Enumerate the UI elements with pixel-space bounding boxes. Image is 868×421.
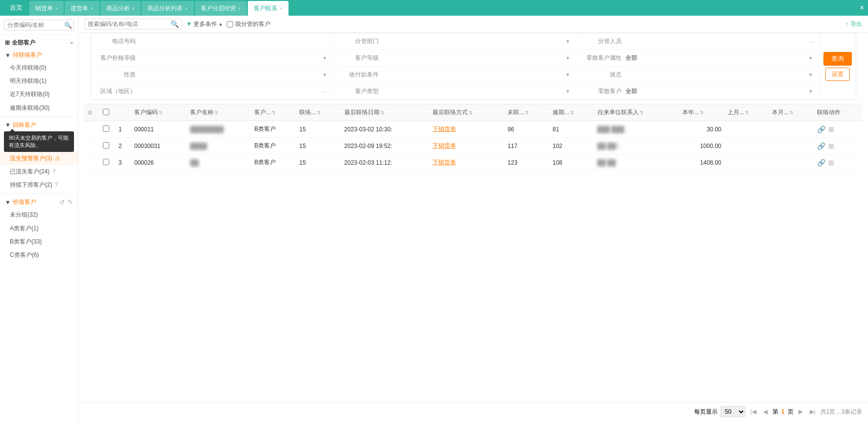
region-more-icon[interactable]: ··· <box>323 89 327 95</box>
column-settings-icon[interactable]: ⚙ <box>87 109 93 116</box>
row-contact-cell: 15 <box>296 154 341 171</box>
status-select[interactable]: ▼ <box>626 72 813 77</box>
section-pending-contact[interactable]: ▼ 待联络客户 <box>0 49 78 61</box>
dept-select[interactable]: ▼ <box>383 39 570 44</box>
col-contact[interactable]: 联络...⇅ <box>296 104 341 121</box>
sidebar-item-overdue[interactable]: 逾期未联络(30) <box>0 101 78 115</box>
main-layout: 🔍 ⊞全部客户 « ▼ 待联络客户 今天待联络(0) 明天待联络(1) 近7天待… <box>0 16 868 421</box>
col-last-month[interactable]: 上月...⇅ <box>724 104 770 121</box>
close-salesorder-icon[interactable]: × <box>55 1 58 16</box>
next-page-btn[interactable]: ▶ <box>796 407 805 416</box>
row-checkbox[interactable] <box>103 142 109 149</box>
main-search-input[interactable] <box>88 21 170 27</box>
sidebar-item-ungrouped[interactable]: 未分组(32) <box>0 208 78 222</box>
sidebar-item-declining[interactable]: 持续下滑客户(2) ? <box>0 178 78 192</box>
contact-way-link[interactable]: 下销货单 <box>433 142 456 149</box>
home-tab[interactable]: 首页 <box>4 0 28 16</box>
col-overdue[interactable]: 逾期...⇅ <box>550 104 595 121</box>
close-product-list-icon[interactable]: × <box>185 1 188 16</box>
table-wrap: ⚙ 客户编码⇅ 客户名称⇅ 客户...⇅ 联络...⇅ 最后联络日期⇅ 最后联络… <box>78 104 868 398</box>
settings-button[interactable]: 设置 <box>825 68 850 81</box>
price-tier-select[interactable]: ▼ <box>140 55 327 61</box>
sidebar-item-churned[interactable]: 已流失客户(24) ? <box>0 165 78 178</box>
filter-nature: 性质 ▼ <box>91 67 334 83</box>
retail-customer-arrow-icon: ▼ <box>808 89 813 94</box>
filter-price-tier: 客户价格等级 ▼ <box>91 50 334 66</box>
close-customer-contact-icon[interactable]: × <box>279 1 282 16</box>
sidebar-item-tomorrow[interactable]: 明天待联络(1) <box>0 74 78 88</box>
close-window-icon[interactable]: × <box>860 3 864 12</box>
filter-bar: 🔍 ▼ 更多条件 ▲ 我分管的客户 ↑ 导出 <box>78 16 868 33</box>
horizontal-scrollbar[interactable] <box>78 398 868 402</box>
grid-action-icon[interactable]: ⊞ <box>828 142 834 150</box>
retail-attr-select[interactable]: ▼ <box>639 55 813 61</box>
link-action-icon[interactable]: 🔗 <box>817 125 825 133</box>
col-last-contact-way[interactable]: 最后联络方式⇅ <box>430 104 505 121</box>
grid-action-icon[interactable]: ⊞ <box>828 125 834 133</box>
first-page-btn[interactable]: |◀ <box>748 407 758 416</box>
col-uncontacted[interactable]: 未联...⇅ <box>505 104 550 121</box>
close-product-analysis-icon[interactable]: × <box>132 1 135 16</box>
tab-purchaseorder[interactable]: 进货单 × <box>65 1 99 16</box>
col-name[interactable]: 客户名称⇅ <box>187 104 251 121</box>
manager-more-icon[interactable]: ··· <box>809 39 813 45</box>
phone-input[interactable] <box>140 38 327 45</box>
my-customers-filter[interactable]: 我分管的客户 <box>227 20 270 28</box>
tab-product-analysis[interactable]: 商品分析 × <box>100 1 141 16</box>
churn-tooltip: 90天未交易的客户，可能有流失风险。 <box>4 131 74 152</box>
row-code-cell: 00030031 <box>131 138 187 154</box>
select-all-checkbox[interactable] <box>103 109 109 115</box>
filter-fields: 电话号码 分管部门 ▼ 分管人员 <box>91 33 819 99</box>
col-code[interactable]: 客户编码⇅ <box>131 104 187 121</box>
payment-select[interactable]: ▼ <box>383 72 570 77</box>
manager-input[interactable] <box>626 38 809 45</box>
sidebar-item-7days[interactable]: 近7天待联络(0) <box>0 88 78 101</box>
region-input[interactable] <box>140 88 323 95</box>
customer-type-select[interactable]: ▼ <box>383 89 570 94</box>
sidebar-item-today[interactable]: 今天待联络(0) <box>0 61 78 74</box>
export-button[interactable]: ↑ 导出 <box>845 20 862 28</box>
col-this-year[interactable]: 本年...⇅ <box>679 104 724 121</box>
row-checkbox[interactable] <box>103 159 109 165</box>
sidebar-search-input[interactable] <box>4 20 74 30</box>
my-customers-checkbox[interactable] <box>227 21 233 27</box>
col-this-month[interactable]: 本月...⇅ <box>769 104 814 121</box>
row-checkbox[interactable] <box>103 125 109 132</box>
sidebar-search-icon[interactable]: 🔍 <box>64 22 72 29</box>
sidebar-item-class-a[interactable]: A类客户(1) <box>0 222 78 235</box>
section-value-customers[interactable]: ▼ 价值客户 ↺ ✎ <box>0 196 78 208</box>
table-row: 2 00030031 ████ B类客户 15 2023-02-09 19:52… <box>84 138 862 154</box>
search-wrap: 🔍 <box>84 19 182 29</box>
tab-salesorder[interactable]: 销货单 × <box>29 1 64 16</box>
retail-customer-select[interactable]: ▼ <box>639 89 813 94</box>
contact-way-link[interactable]: 下销货单 <box>433 125 456 132</box>
sidebar-item-class-b[interactable]: B类客户(33) <box>0 235 78 248</box>
sort-lastmonth-icon: ⇅ <box>745 110 749 115</box>
main-search-icon[interactable]: 🔍 <box>170 20 179 28</box>
more-conditions-btn[interactable]: ▼ 更多条件 ▲ <box>186 20 223 28</box>
col-related-person[interactable]: 往来单位联系人⇅ <box>595 104 679 121</box>
col-settings[interactable]: ⚙ <box>84 104 100 121</box>
sidebar-item-churn-warning[interactable]: 流失预警客户(3) ⚠ <box>0 152 78 165</box>
row-index-cell: 3 <box>116 154 131 171</box>
customer-tier-select[interactable]: ▼ <box>383 55 570 61</box>
tab-customer-contact[interactable]: 客户联系 × <box>248 1 288 16</box>
tab-customer-tier[interactable]: 客户分层经营 × <box>195 1 247 16</box>
per-page-select[interactable]: 50 100 200 <box>721 406 746 417</box>
nature-select[interactable]: ▼ <box>140 72 327 77</box>
query-button[interactable]: 查询 <box>823 52 852 66</box>
link-action-icon[interactable]: 🔗 <box>817 142 825 150</box>
link-action-icon[interactable]: 🔗 <box>817 159 825 167</box>
close-purchaseorder-icon[interactable]: × <box>90 1 93 16</box>
close-customer-tier-icon[interactable]: × <box>238 1 241 16</box>
contact-way-link[interactable]: 下销货单 <box>433 159 456 166</box>
prev-page-btn[interactable]: ◀ <box>761 407 770 416</box>
col-last-contact-date[interactable]: 最后联络日期⇅ <box>341 104 430 121</box>
col-type[interactable]: 客户...⇅ <box>251 104 296 121</box>
tab-product-analysis-list[interactable]: 商品分析列表 × <box>142 1 193 16</box>
grid-action-icon[interactable]: ⊞ <box>828 159 834 167</box>
row-person-cell: ██ ██ <box>595 154 679 171</box>
sidebar-item-class-c[interactable]: C类客户(6) <box>0 248 78 262</box>
collapse-icon[interactable]: « <box>70 40 73 46</box>
last-page-btn[interactable]: ▶| <box>808 407 818 416</box>
